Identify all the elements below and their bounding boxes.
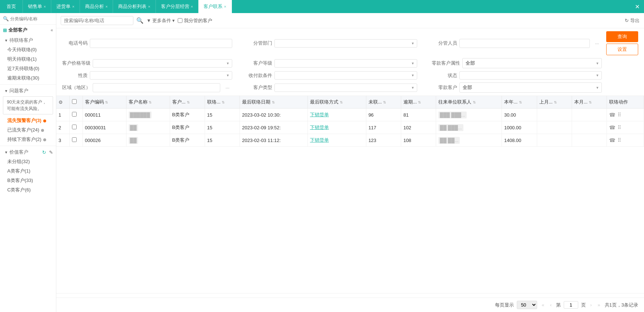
th-customer-name[interactable]: 客户名称 ⇅	[126, 96, 170, 109]
export-btn[interactable]: ↻ 导出	[625, 17, 640, 24]
tab-analysis-list-close[interactable]: ×	[148, 4, 150, 9]
collapse-btn[interactable]: «	[51, 28, 53, 33]
row3-check[interactable]	[72, 137, 77, 142]
sidebar-all-customers[interactable]: ⊞ 全部客户 «	[0, 25, 56, 36]
th-this-year[interactable]: 本年... ⇅	[502, 96, 537, 109]
row2-method-link[interactable]: 下销货单	[310, 125, 329, 130]
sidebar-item-class-a[interactable]: A类客户(1)	[0, 166, 56, 176]
row1-phone-icon[interactable]: ☎	[609, 112, 615, 118]
th-last-month[interactable]: 上月... ⇅	[537, 96, 572, 109]
row1-last-method[interactable]: 下销货单	[307, 109, 366, 121]
value-refresh-icon[interactable]: ↻	[42, 150, 46, 155]
th-last-method[interactable]: 最后联络方式 ⇅	[307, 96, 366, 109]
value-edit-icon[interactable]: ✎	[49, 150, 53, 155]
th-customer-type[interactable]: 客户... ⇅	[170, 96, 205, 109]
tab-analysis-list[interactable]: 商品分析列表 ×	[113, 0, 156, 13]
settings-btn[interactable]: 设置	[606, 44, 638, 55]
tab-home[interactable]: 首页	[0, 0, 23, 13]
sidebar-item-class-b[interactable]: B类客户(33)	[0, 176, 56, 185]
tab-customer-segment-close[interactable]: ×	[191, 4, 193, 9]
row3-more-icon[interactable]: ⠿	[617, 137, 621, 143]
person-dots[interactable]: ···	[592, 41, 602, 46]
select-price-grade[interactable]: ▾	[93, 59, 232, 68]
row2-checkbox[interactable]	[69, 121, 82, 134]
table-row: 3 000026 ██ B类客户 15 2023-02-03 11:12: 下销…	[56, 134, 644, 147]
query-btn[interactable]: 查询	[606, 31, 638, 42]
filter-search-input[interactable]	[61, 16, 133, 25]
th-gear[interactable]: ⚙	[56, 96, 69, 109]
page-input[interactable]	[564, 301, 578, 309]
select-retail-attr[interactable]: 全部 ▾	[462, 58, 602, 68]
tab-sales-close[interactable]: ×	[44, 4, 46, 9]
sidebar-section-value[interactable]: ▼ 价值客户 ↻ ✎	[0, 147, 56, 157]
th-contact-count[interactable]: 联络... ⇅	[205, 96, 240, 109]
th-this-month[interactable]: 本月... ⇅	[572, 96, 607, 109]
sidebar-search-input[interactable]	[10, 16, 56, 21]
tab-sales[interactable]: 销售单 ×	[23, 0, 51, 13]
th-last-date[interactable]: 最后联络日期 ⇅	[240, 96, 308, 109]
per-page-select[interactable]: 50 100 200	[517, 301, 537, 309]
row2-contact-count: 15	[205, 121, 240, 134]
tab-customer-contact[interactable]: 客户联系 ×	[198, 0, 232, 13]
next-page-btn[interactable]: ›	[589, 301, 593, 308]
select-nature[interactable]: ▾	[90, 71, 232, 80]
row3-phone-icon[interactable]: ☎	[609, 137, 615, 143]
th-contact-person[interactable]: 往来单位联系人 ⇅	[436, 96, 502, 109]
sidebar-item-class-c[interactable]: C类客户(6)	[0, 185, 56, 195]
row2-phone-icon[interactable]: ☎	[609, 125, 615, 130]
close-all-btn[interactable]: ✕	[631, 3, 644, 10]
th-overdue[interactable]: 逾期... ⇅	[401, 96, 436, 109]
tab-customer-contact-close[interactable]: ×	[224, 4, 226, 9]
select-grade[interactable]: ▾	[274, 59, 417, 68]
input-person[interactable]	[459, 39, 590, 48]
bottom-scrollbar[interactable]	[56, 293, 644, 297]
sidebar-item-today[interactable]: 今天待联络(0)	[0, 45, 56, 54]
row3-last-method[interactable]: 下销货单	[307, 134, 366, 147]
sidebar-item-declining[interactable]: 持续下滑客户(2)	[0, 135, 56, 144]
gear-icon[interactable]: ⚙	[59, 100, 63, 105]
tab-purchase-close[interactable]: ×	[72, 4, 74, 9]
select-customer-type[interactable]: ▾	[274, 84, 417, 92]
row2-more-icon[interactable]: ⠿	[617, 125, 621, 130]
filter-search-icon[interactable]: 🔍	[136, 17, 144, 24]
select-price-grade-arrow: ▾	[227, 61, 229, 66]
row2-last-method[interactable]: 下销货单	[307, 121, 366, 134]
region-dots[interactable]: ···	[222, 85, 232, 90]
first-page-btn[interactable]: «	[540, 301, 546, 308]
sidebar-item-churned[interactable]: 已流失客户(24)	[0, 125, 56, 135]
row1-check[interactable]	[72, 112, 77, 117]
my-customers-checkbox[interactable]	[178, 18, 182, 23]
th-uncontacted[interactable]: 未联... ⇅	[366, 96, 401, 109]
my-customers-label[interactable]: 我分管的客户	[178, 17, 212, 24]
row3-method-link[interactable]: 下销货单	[310, 137, 329, 143]
sidebar-section-pending[interactable]: ▼ 待联络客户	[0, 36, 56, 45]
sidebar-item-tomorrow[interactable]: 明天待联络(1)	[0, 54, 56, 64]
row3-checkbox[interactable]	[69, 134, 82, 147]
last-page-btn[interactable]: »	[596, 301, 601, 308]
row1-more-icon[interactable]: ⠿	[617, 112, 621, 118]
tab-analysis[interactable]: 商品分析 ×	[80, 0, 113, 13]
select-retail[interactable]: 全部 ▾	[459, 82, 602, 93]
sidebar-item-ungroup[interactable]: 未分组(32)	[0, 157, 56, 166]
select-dept[interactable]: ▾	[274, 39, 417, 48]
tab-analysis-close[interactable]: ×	[105, 4, 108, 9]
select-status[interactable]: ▾	[459, 71, 602, 80]
tab-customer-segment[interactable]: 客户分层经营 ×	[156, 0, 198, 13]
sidebar-section-problem[interactable]: ▼ 问题客户	[0, 86, 56, 96]
sidebar-item-overdue[interactable]: 逾期未联络(30)	[0, 73, 56, 83]
th-checkbox[interactable]	[69, 96, 82, 109]
tab-purchase[interactable]: 进货单 ×	[51, 0, 80, 13]
row1-checkbox[interactable]	[69, 109, 82, 121]
sidebar-item-week[interactable]: 近7天待联络(0)	[0, 64, 56, 73]
prev-page-btn[interactable]: ‹	[549, 301, 553, 308]
row1-method-link[interactable]: 下销货单	[310, 112, 329, 117]
select-payment[interactable]: ▾	[274, 71, 417, 80]
filter-more-btn[interactable]: ▼ 更多条件 ▾	[146, 17, 175, 24]
th-customer-code[interactable]: 客户编码 ⇅	[82, 96, 126, 109]
sidebar-item-churn-warn[interactable]: 流失预警客户(3)	[0, 116, 56, 125]
select-all-checkbox[interactable]	[72, 99, 77, 104]
input-region[interactable]	[93, 83, 220, 92]
input-phone[interactable]	[90, 39, 232, 48]
row2-check[interactable]	[72, 125, 77, 129]
row2-index: 2	[56, 121, 69, 134]
